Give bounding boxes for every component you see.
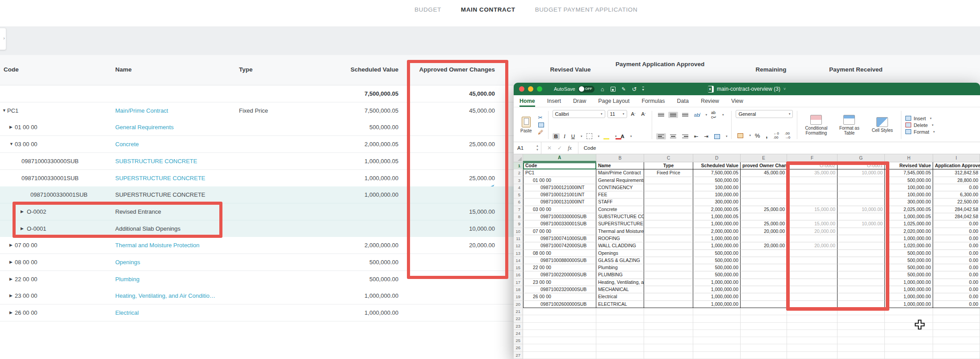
cell-H7[interactable]: 2,025,000.05 [885,206,933,213]
expand-caret-icon[interactable]: ▶ [9,277,13,281]
column-header-payment-received[interactable]: Payment Received [820,66,892,73]
collapsed-panel-toggle[interactable]: › [0,28,6,50]
cell-G23[interactable] [838,323,885,330]
cell-A2[interactable]: PC1 [523,169,596,177]
cell-E2[interactable]: 45,000.00 [741,169,787,177]
workbook-title[interactable]: main-contract-overview (3) ˅ [708,86,786,93]
cell-D10[interactable]: 2,000,000.00 [693,228,741,235]
row-header-20[interactable]: 20 [514,301,523,308]
cell-H4[interactable]: 100,000.00 [885,184,933,191]
cell-G21[interactable] [838,308,885,315]
cell-H25[interactable] [885,337,933,344]
cell-A18[interactable]: 09871002320000SUB [523,286,596,293]
cell-H22[interactable] [885,315,933,322]
cell-G4[interactable] [838,184,885,191]
cell-G16[interactable] [838,271,885,279]
italic-button[interactable]: I [562,133,567,139]
cell-G13[interactable] [838,250,885,257]
cell-G9[interactable]: 10,000.00 [838,220,885,228]
name-box[interactable]: A1 ▲▼ [514,142,541,154]
ribbon-tab-draw[interactable]: Draw [573,98,586,107]
cell-C1[interactable]: Type [644,162,693,169]
cell-B16[interactable]: PLUMBING [596,271,644,279]
cell-C12[interactable] [644,242,693,249]
cell-E11[interactable] [741,235,787,242]
row-header-2[interactable]: 2 [514,169,523,177]
cell-G18[interactable] [838,286,885,293]
cell-I10[interactable]: 0.00 [933,228,980,235]
cell-C6[interactable] [644,199,693,206]
cell-I14[interactable]: 0.00 [933,257,980,264]
cell-A1[interactable]: Code [523,162,596,169]
ribbon-tab-page-layout[interactable]: Page Layout [598,98,629,107]
expand-caret-icon[interactable]: ▶ [9,260,13,264]
cell-H16[interactable]: 500,000.00 [885,271,933,279]
cell-H5[interactable]: 100,000.00 [885,191,933,199]
column-header-type[interactable]: Type [239,66,253,73]
ribbon-tab-insert[interactable]: Insert [547,98,561,107]
cell-F27[interactable] [787,352,838,359]
cell-D4[interactable]: 100,000.00 [693,184,741,191]
cell-I20[interactable]: 0.00 [933,301,980,308]
cell-B5[interactable]: FEE [596,191,644,199]
cell-D14[interactable]: 500,000.00 [693,257,741,264]
wrap-text-icon[interactable]: abc↵ [709,110,718,120]
cell-E7[interactable]: 25,000.00 [741,206,787,213]
format-painter-icon[interactable]: 🖉 [538,129,544,135]
cell-C15[interactable] [644,264,693,271]
cell-D2[interactable]: 7,500,000.05 [693,169,741,177]
row-header-8[interactable]: 8 [514,213,523,220]
cell-B21[interactable] [596,308,644,315]
cell-H27[interactable] [885,352,933,359]
cell-B2[interactable]: Main/Prime Contract [596,169,644,177]
nav-tab-main-contract[interactable]: MAIN CONTRACT [461,6,515,13]
cell-F10[interactable]: 20,000.00 [787,228,838,235]
cell-C19[interactable] [644,293,693,300]
cell-E14[interactable] [741,257,787,264]
cell-H9[interactable]: 1,025,000.00 [885,220,933,228]
cell-D3[interactable]: 500,000.00 [693,177,741,184]
cell-H23[interactable] [885,323,933,330]
row-header-13[interactable]: 13 [514,250,523,257]
cell-H2[interactable]: 7,545,000.05 [885,169,933,177]
align-bottom-icon[interactable] [680,112,690,118]
cell-D7[interactable]: 2,000,000.05 [693,206,741,213]
cell-A23[interactable] [523,323,596,330]
cell-F9[interactable]: 15,000.00 [787,220,838,228]
cell-B24[interactable] [596,330,644,337]
column-header-D[interactable]: D [693,154,741,162]
row-header-6[interactable]: 6 [514,199,523,206]
column-header-name[interactable]: Name [115,66,132,73]
format-cells-button[interactable]: Format▾ [905,129,934,135]
cell-E20[interactable] [741,301,787,308]
row-header-23[interactable]: 23 [514,323,523,330]
row-header-22[interactable]: 22 [514,315,523,322]
cell-D1[interactable]: Scheduled Value [693,162,741,169]
cell-I23[interactable] [933,323,980,330]
cell-G8[interactable] [838,213,885,220]
cell-B25[interactable] [596,337,644,344]
cell-C24[interactable] [644,330,693,337]
cell-H17[interactable]: 1,000,000.00 [885,279,933,286]
cell-I24[interactable] [933,330,980,337]
cell-A8[interactable]: 09871000330000SUB [523,213,596,220]
expand-caret-icon[interactable]: ▶ [9,125,13,129]
cell-G24[interactable] [838,330,885,337]
cell-I1[interactable]: Application Approved [933,162,980,169]
minimize-window-button[interactable] [528,86,533,92]
row-header-5[interactable]: 5 [514,191,523,199]
cell-C18[interactable] [644,286,693,293]
align-top-icon[interactable] [656,112,666,118]
ribbon-tab-data[interactable]: Data [677,98,688,107]
cell-D16[interactable]: 500,000.00 [693,271,741,279]
column-header-I[interactable]: I [933,154,980,162]
row-header-16[interactable]: 16 [514,271,523,279]
cell-G14[interactable] [838,257,885,264]
name-box-spinner[interactable]: ▲▼ [536,144,539,152]
cell-F16[interactable] [787,271,838,279]
increase-decimal-icon[interactable]: .00→0 [783,131,792,140]
cell-E25[interactable] [741,337,787,344]
align-left-icon[interactable] [656,133,666,140]
cell-G6[interactable] [838,199,885,206]
cell-C11[interactable] [644,235,693,242]
